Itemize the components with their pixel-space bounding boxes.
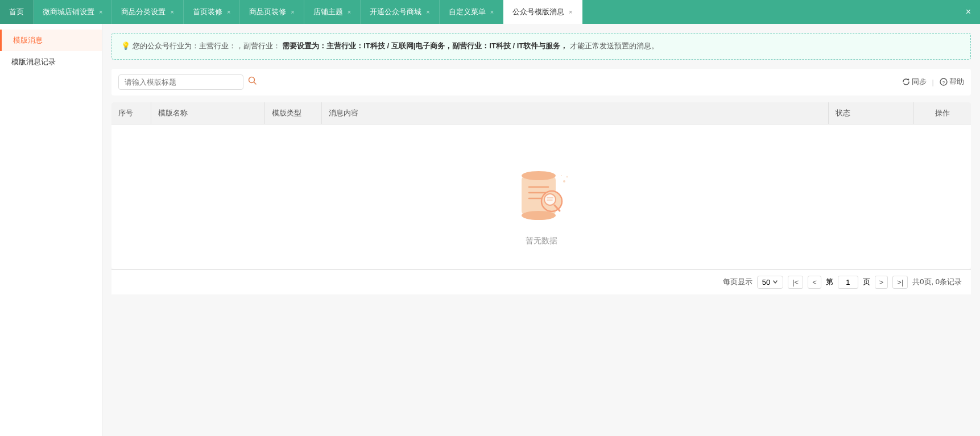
sync-label: 同步	[912, 77, 927, 87]
nav-tab-label: 首页	[9, 7, 24, 17]
sync-icon	[902, 78, 910, 86]
svg-point-7	[522, 171, 556, 180]
sidebar-item-template-msg-log[interactable]: 模版消息记录	[0, 51, 102, 73]
tab-close-icon[interactable]: ×	[99, 9, 102, 15]
search-left	[118, 74, 257, 90]
col-header-action: 操作	[914, 102, 971, 124]
nav-tab-label: 首页装修	[193, 7, 222, 17]
nav-tab-home-decor[interactable]: 首页装修×	[184, 0, 240, 24]
page-prev-button[interactable]: <	[808, 276, 821, 289]
nav-tab-label: 自定义菜单	[449, 7, 486, 17]
notice-highlight: 需要设置为：主营行业：IT科技 / 互联网|电子商务，副营行业：IT科技 / I…	[282, 41, 568, 50]
table-header: 序号 模版名称 模版类型 消息内容 状态 操作	[111, 102, 971, 124]
sidebar-item-label: 模版消息	[13, 36, 43, 44]
help-label: 帮助	[949, 77, 964, 87]
svg-point-19	[561, 175, 562, 176]
total-info: 共0页, 0条记录	[912, 277, 962, 287]
pagination-bar: 每页显示 50 |< < 第 页 > >| 共0页, 0条记录	[111, 269, 971, 294]
search-right: 同步 | ? 帮助	[902, 77, 964, 87]
per-page-select[interactable]: 50	[757, 276, 783, 289]
tab-close-icon[interactable]: ×	[227, 9, 230, 15]
empty-state: 暂无数据	[111, 124, 971, 269]
notice-box: 💡 您的公众号行业为：主营行业：，副营行业： 需要设置为：主营行业：IT科技 /…	[111, 33, 971, 60]
notice-suffix: 才能正常发送预置的消息。	[570, 41, 659, 50]
nav-tab-category[interactable]: 商品分类设置×	[112, 0, 183, 24]
svg-point-17	[563, 180, 565, 182]
nav-tab-template-msg[interactable]: 公众号模版消息×	[503, 0, 582, 24]
nav-tab-open-mall[interactable]: 开通公众号商城×	[361, 0, 439, 24]
empty-text: 暂无数据	[526, 236, 557, 246]
svg-text:?: ?	[942, 80, 945, 85]
svg-line-1	[254, 82, 257, 85]
nav-tab-label: 开通公众号商城	[370, 7, 421, 17]
nav-tab-product-decor[interactable]: 商品页装修×	[240, 0, 304, 24]
close-all-button[interactable]: ×	[957, 7, 980, 17]
nav-tab-label: 店铺主题	[313, 7, 343, 17]
empty-illustration	[507, 159, 576, 227]
col-header-content: 消息内容	[322, 102, 829, 124]
per-page-value: 50	[762, 278, 770, 286]
page-unit: 页	[863, 277, 870, 287]
page-next-button[interactable]: >	[875, 276, 888, 289]
page-first-button[interactable]: |<	[788, 276, 803, 289]
top-nav: 首页微商城店铺设置×商品分类设置×首页装修×商品页装修×店铺主题×开通公众号商城…	[0, 0, 980, 24]
help-icon: ?	[940, 78, 948, 86]
nav-tab-label: 商品分类设置	[121, 7, 166, 17]
svg-point-13	[544, 194, 556, 205]
tab-close-icon[interactable]: ×	[490, 9, 494, 15]
sidebar: 模版消息模版消息记录	[0, 24, 102, 436]
nav-tab-label: 微商城店铺设置	[43, 7, 94, 17]
col-header-status: 状态	[829, 102, 914, 124]
divider: |	[932, 78, 934, 86]
nav-tab-label: 商品页装修	[249, 7, 286, 17]
nav-tab-micro-store[interactable]: 微商城店铺设置×	[34, 0, 112, 24]
nav-tab-custom-menu[interactable]: 自定义菜单×	[440, 0, 503, 24]
content-area: 💡 您的公众号行业为：主营行业：，副营行业： 需要设置为：主营行业：IT科技 /…	[102, 24, 980, 436]
nav-tab-theme[interactable]: 店铺主题×	[304, 0, 361, 24]
col-header-type: 模版类型	[265, 102, 322, 124]
sidebar-item-label: 模版消息记录	[11, 57, 56, 66]
nav-tab-label: 公众号模版消息	[512, 7, 564, 17]
nav-tab-home[interactable]: 首页	[0, 0, 34, 24]
table-scroll[interactable]: 序号 模版名称 模版类型 消息内容 状态 操作	[111, 102, 971, 269]
page-number-input[interactable]	[838, 276, 858, 289]
tab-close-icon[interactable]: ×	[170, 9, 173, 15]
per-page-label: 每页显示	[723, 277, 752, 287]
tab-close-icon[interactable]: ×	[569, 9, 572, 15]
table-container: 序号 模版名称 模版类型 消息内容 状态 操作	[111, 102, 971, 269]
svg-point-8	[522, 211, 556, 220]
tab-close-icon[interactable]: ×	[291, 9, 294, 15]
col-header-index: 序号	[111, 102, 151, 124]
main-layout: 模版消息模版消息记录 💡 您的公众号行业为：主营行业：，副营行业： 需要设置为：…	[0, 24, 980, 436]
search-bar: 同步 | ? 帮助	[111, 69, 971, 95]
tab-close-icon[interactable]: ×	[426, 9, 429, 15]
sidebar-item-template-msg[interactable]: 模版消息	[0, 30, 102, 51]
page-last-button[interactable]: >|	[892, 276, 908, 289]
col-header-name: 模版名称	[151, 102, 265, 124]
bulb-icon: 💡	[121, 41, 130, 50]
search-input[interactable]	[118, 74, 243, 90]
page-label: 第	[826, 277, 833, 287]
svg-point-18	[566, 176, 568, 177]
tab-close-icon[interactable]: ×	[348, 9, 351, 15]
sync-button[interactable]: 同步	[902, 77, 927, 87]
search-icon	[248, 76, 257, 85]
chevron-down-icon	[772, 279, 778, 285]
notice-prefix: 您的公众号行业为：主营行业：，副营行业：	[133, 41, 280, 50]
search-button[interactable]	[248, 76, 257, 88]
help-button[interactable]: ? 帮助	[940, 77, 964, 87]
